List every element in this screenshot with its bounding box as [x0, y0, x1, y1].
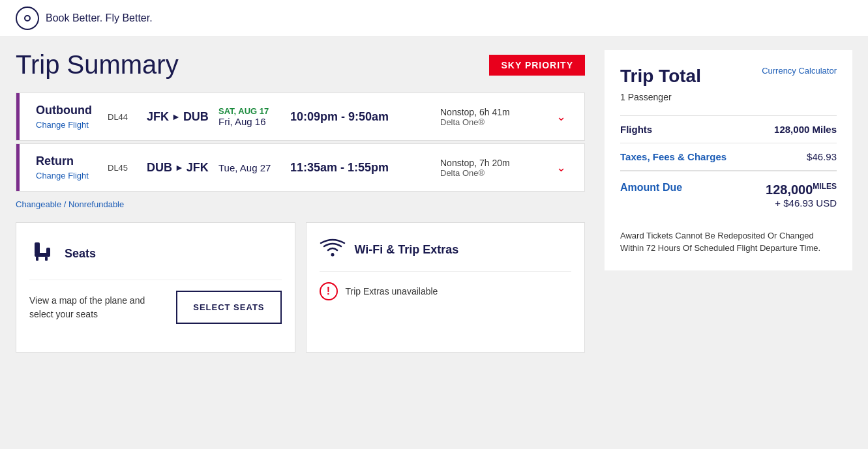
return-date: Tue, Aug 27: [218, 162, 290, 173]
trip-unavail-text: Trip Extras unavailable: [346, 286, 438, 297]
return-from: DUB: [147, 161, 172, 175]
return-chevron[interactable]: ⌄: [551, 160, 571, 175]
passenger-count: 1 Passenger: [620, 92, 837, 102]
outbound-nonstop: Nonstop, 6h 41m: [440, 107, 551, 117]
taxes-value: $46.93: [807, 151, 837, 162]
return-time: 11:35am - 1:55pm: [290, 161, 440, 175]
return-nonstop: Nonstop, 7h 20m: [440, 158, 551, 168]
svg-rect-4: [45, 257, 48, 261]
right-panel: Trip Total Currency Calculator 1 Passeng…: [605, 50, 852, 353]
wifi-icon: [320, 239, 346, 261]
amount-due-row: Amount Due 128,000MILES + $46.93 USD: [620, 170, 837, 219]
outbound-cabin: Delta One®: [440, 117, 551, 127]
return-route: DUB ► JFK: [147, 161, 218, 175]
changeable-text[interactable]: Changeable / Nonrefundable: [16, 199, 585, 209]
outbound-flight-number: DL44: [108, 112, 147, 122]
wifi-card-title: Wi-Fi & Trip Extras: [355, 243, 459, 257]
outbound-change-flight[interactable]: Change Flight: [36, 120, 108, 130]
svg-rect-1: [35, 253, 48, 257]
outbound-route: JFK ► DUB: [147, 110, 218, 124]
outbound-border: [16, 93, 20, 140]
svg-point-5: [331, 253, 334, 257]
return-title: Return: [36, 154, 108, 168]
return-flight-card: Return Change Flight DL45 DUB ► JFK Tue,…: [16, 143, 585, 192]
seat-icon: [29, 239, 55, 269]
return-info: Nonstop, 7h 20m Delta One®: [440, 158, 551, 178]
outbound-to: DUB: [183, 110, 209, 124]
return-flight-number: DL45: [108, 163, 147, 173]
sky-priority-badge: SKY PRIORITY: [489, 55, 585, 76]
header: Book Better. Fly Better.: [0, 0, 868, 37]
outbound-from: JFK: [147, 110, 169, 124]
extras-row: Seats View a map of the plane and select…: [16, 222, 585, 353]
outbound-date-highlight: SAT, AUG 17: [218, 106, 290, 116]
award-notice: Award Tickets Cannot Be Redeposited Or C…: [620, 229, 837, 255]
logo-inner: [24, 15, 31, 22]
flights-cost-row: Flights 128,000 Miles: [620, 115, 837, 143]
amount-due-value: 128,000MILES + $46.93 USD: [766, 182, 837, 209]
error-icon: !: [320, 282, 338, 300]
logo-bold: Book Better.: [46, 12, 102, 23]
svg-rect-2: [46, 248, 50, 257]
seats-card-text: View a map of the plane and select your …: [29, 294, 163, 321]
return-date-col: Tue, Aug 27: [218, 162, 290, 173]
wifi-card-header: Wi-Fi & Trip Extras: [320, 239, 572, 272]
svg-rect-0: [35, 242, 40, 254]
trip-total-card: Trip Total Currency Calculator 1 Passeng…: [605, 50, 852, 270]
outbound-title: Outbound: [36, 104, 108, 117]
return-change-flight[interactable]: Change Flight: [36, 171, 108, 181]
outbound-label: Outbound Change Flight: [29, 104, 108, 130]
wifi-card: Wi-Fi & Trip Extras ! Trip Extras unavai…: [306, 222, 586, 353]
outbound-date: Fri, Aug 16: [218, 116, 290, 127]
seats-card-body: View a map of the plane and select your …: [29, 291, 282, 324]
page-title: Trip Summary: [16, 50, 179, 80]
logo-circle: [16, 7, 39, 30]
seats-card-header: Seats: [29, 239, 282, 280]
page-title-row: Trip Summary SKY PRIORITY: [16, 50, 585, 80]
left-panel: Trip Summary SKY PRIORITY Outbound Chang…: [16, 50, 585, 353]
amount-due-label: Amount Due: [620, 182, 682, 194]
trip-unavail-row: ! Trip Extras unavailable: [320, 282, 572, 300]
flights-label: Flights: [620, 124, 652, 135]
return-arrow: ►: [175, 162, 184, 173]
main-layout: Trip Summary SKY PRIORITY Outbound Chang…: [0, 37, 868, 366]
seats-card-title: Seats: [65, 247, 96, 261]
taxes-label: Taxes, Fees & Charges: [620, 151, 726, 162]
flights-value: 128,000 Miles: [774, 124, 837, 135]
trip-total-header: Trip Total Currency Calculator: [620, 66, 837, 87]
return-to: JFK: [187, 161, 209, 175]
amount-due-usd: + $46.93 USD: [766, 197, 837, 209]
outbound-chevron[interactable]: ⌄: [551, 109, 571, 124]
logo-normal: Fly Better.: [102, 12, 152, 23]
seats-card: Seats View a map of the plane and select…: [16, 222, 295, 353]
logo-text: Book Better. Fly Better.: [46, 12, 153, 24]
return-cabin: Delta One®: [440, 168, 551, 178]
outbound-info: Nonstop, 6h 41m Delta One®: [440, 107, 551, 127]
svg-rect-3: [36, 257, 38, 261]
return-border: [16, 144, 20, 191]
taxes-cost-row: Taxes, Fees & Charges $46.93: [620, 143, 837, 170]
amount-due-miles: 128,000MILES: [766, 182, 837, 197]
outbound-flight-card: Outbound Change Flight DL44 JFK ► DUB SA…: [16, 93, 585, 141]
return-label: Return Change Flight: [29, 154, 108, 181]
outbound-time: 10:09pm - 9:50am: [290, 110, 440, 124]
currency-calc-link[interactable]: Currency Calculator: [762, 66, 837, 76]
outbound-arrow: ►: [172, 111, 181, 122]
select-seats-button[interactable]: SELECT SEATS: [176, 291, 281, 324]
outbound-date-col: SAT, AUG 17 Fri, Aug 16: [218, 106, 290, 127]
trip-total-title: Trip Total: [620, 66, 701, 87]
